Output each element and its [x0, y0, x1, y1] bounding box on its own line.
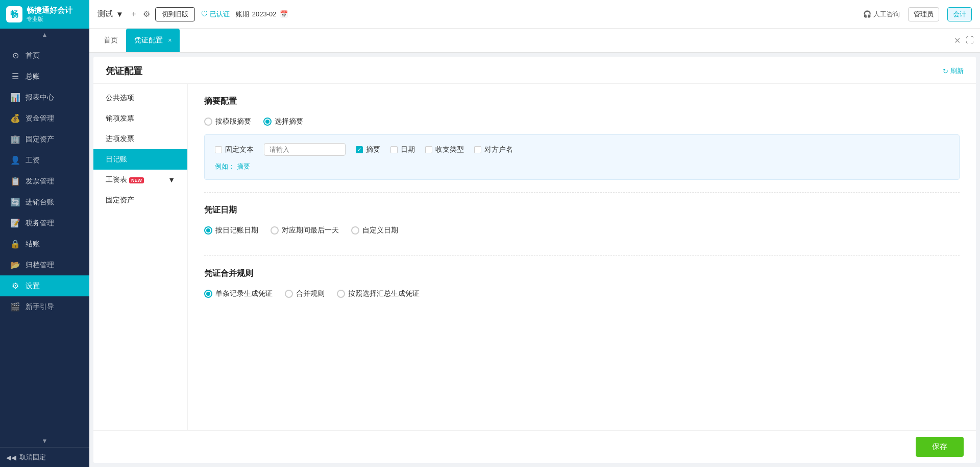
- sidebar-item-ledger[interactable]: ☰总账: [0, 66, 89, 87]
- sidebar-item-payroll[interactable]: 👤工资: [0, 150, 89, 171]
- counterparty-option[interactable]: 对方户名: [474, 145, 513, 154]
- fixed-text-option[interactable]: 固定文本: [215, 145, 254, 154]
- select-all-radio[interactable]: [337, 290, 345, 298]
- date-option[interactable]: 日期: [390, 145, 415, 154]
- sidebar: 畅 畅捷通好会计 专业版 ▲ ⊙首页☰总账📊报表中心💰资金管理🏢固定资产👤工资📋…: [0, 0, 89, 467]
- sub-nav-payslip[interactable]: 工资表 NEW▼: [93, 170, 187, 190]
- save-button[interactable]: 保存: [916, 437, 964, 457]
- merge-title: 凭证合并规则: [204, 268, 960, 279]
- date-title: 凭证日期: [204, 205, 960, 216]
- refresh-icon: ↻: [943, 67, 948, 75]
- add-button[interactable]: ＋: [130, 9, 138, 19]
- diary-date-option[interactable]: 按日记账日期: [204, 226, 258, 235]
- archive-icon: 📂: [10, 260, 20, 270]
- sidebar-item-invoice[interactable]: 📋发票管理: [0, 171, 89, 192]
- company-selector[interactable]: 测试 ▼: [97, 9, 124, 19]
- period-last-radio[interactable]: [271, 226, 279, 235]
- sub-nav-purchase[interactable]: 进项发票: [93, 129, 187, 149]
- refresh-button[interactable]: ↻ 刷新: [943, 66, 964, 76]
- topbar: 测试 ▼ ＋ ⚙ 切到旧版 🛡 已认证 账期 2023-02 📅 🎧 人工咨询 …: [89, 0, 980, 29]
- calendar-icon[interactable]: 📅: [280, 10, 288, 18]
- custom-date-radio[interactable]: [351, 226, 359, 235]
- cancel-fixed-button[interactable]: ◀◀ 取消固定: [0, 447, 89, 467]
- salepurchase-icon: 🔄: [10, 197, 20, 207]
- income-type-checkbox[interactable]: [425, 146, 432, 153]
- sidebar-item-report[interactable]: 📊报表中心: [0, 87, 89, 108]
- sidebar-item-assets[interactable]: 🏢固定资产: [0, 129, 89, 150]
- consult-button[interactable]: 🎧 人工咨询: [863, 10, 900, 19]
- summary-section: 摘要配置 按模版摘要 选择摘要: [204, 84, 960, 193]
- content-area: 凭证配置 ↻ 刷新 公共选项销项发票进项发票日记账工资表 NEW▼固定资产 摘要…: [93, 57, 976, 463]
- fixed-text-checkbox[interactable]: [215, 146, 222, 153]
- sidebar-item-tax[interactable]: 📝税务管理: [0, 213, 89, 233]
- page-wrapper: 凭证配置 ↻ 刷新 公共选项销项发票进项发票日记账工资表 NEW▼固定资产 摘要…: [93, 57, 976, 463]
- assets-icon: 🏢: [10, 134, 20, 144]
- example-text: 例如： 摘要: [215, 162, 949, 171]
- merge-radio-group: 单条记录生成凭证 合并规则 按照选择汇总生成凭证: [204, 289, 960, 298]
- sidebar-item-salepurchase[interactable]: 🔄进销台账: [0, 192, 89, 213]
- close-panel-button[interactable]: ✕: [954, 36, 961, 45]
- sub-nav: 公共选项销项发票进项发票日记账工资表 NEW▼固定资产: [93, 84, 188, 430]
- sidebar-item-guide[interactable]: 🎬新手引导: [0, 296, 89, 317]
- arrow-left-icon: ◀◀: [6, 454, 16, 461]
- tab-voucher-config[interactable]: 凭证配置 ×: [126, 29, 180, 52]
- sidebar-item-closing[interactable]: 🔒结账: [0, 233, 89, 254]
- switch-old-button[interactable]: 切到旧版: [155, 7, 195, 21]
- summary-radio-group: 按模版摘要 选择摘要: [204, 117, 960, 126]
- date-section: 凭证日期 按日记账日期 对应期间最后一天: [204, 193, 960, 256]
- home-icon: ⊙: [10, 51, 20, 60]
- period-last-option[interactable]: 对应期间最后一天: [271, 226, 339, 235]
- settings-button[interactable]: ⚙: [143, 9, 150, 19]
- abstract-option[interactable]: ✓ 摘要: [356, 145, 380, 154]
- merge-rule-option[interactable]: 合并规则: [285, 289, 325, 298]
- settings-content: 摘要配置 按模版摘要 选择摘要: [188, 84, 976, 430]
- save-bar: 保存: [93, 430, 976, 463]
- merge-section: 凭证合并规则 单条记录生成凭证 合并规则: [204, 256, 960, 319]
- page-header: 凭证配置 ↻ 刷新: [93, 57, 976, 84]
- diary-date-radio[interactable]: [204, 226, 212, 235]
- sidebar-item-capital[interactable]: 💰资金管理: [0, 108, 89, 129]
- summary-select-option[interactable]: 选择摘要: [263, 117, 303, 126]
- summary-template-option[interactable]: 按模版摘要: [204, 117, 251, 126]
- income-type-option[interactable]: 收支类型: [425, 145, 464, 154]
- closing-icon: 🔒: [10, 239, 20, 249]
- logo-text: 畅捷通好会计 专业版: [27, 6, 72, 23]
- summary-template-radio[interactable]: [204, 118, 212, 126]
- sidebar-item-home[interactable]: ⊙首页: [0, 45, 89, 66]
- invoice-icon: 📋: [10, 176, 20, 186]
- abstract-checkbox[interactable]: ✓: [356, 146, 363, 153]
- fullscreen-button[interactable]: ⛶: [966, 36, 974, 45]
- sub-nav-diary[interactable]: 日记账: [93, 149, 187, 170]
- select-all-option[interactable]: 按照选择汇总生成凭证: [337, 289, 420, 298]
- summary-options-box: 固定文本 ✓ 摘要 日期: [204, 134, 960, 180]
- sub-nav-public[interactable]: 公共选项: [93, 88, 187, 108]
- topbar-right: 🎧 人工咨询 管理员 会计: [863, 7, 972, 21]
- merge-rule-radio[interactable]: [285, 290, 293, 298]
- sidebar-nav: ⊙首页☰总账📊报表中心💰资金管理🏢固定资产👤工资📋发票管理🔄进销台账📝税务管理🔒…: [0, 41, 89, 435]
- payroll-icon: 👤: [10, 155, 20, 165]
- accountant-button[interactable]: 会计: [947, 7, 972, 21]
- counterparty-checkbox[interactable]: [474, 146, 481, 153]
- capital-icon: 💰: [10, 113, 20, 123]
- summary-select-radio[interactable]: [263, 118, 272, 126]
- report-icon: 📊: [10, 92, 20, 102]
- admin-button[interactable]: 管理员: [908, 7, 939, 21]
- date-checkbox[interactable]: [390, 146, 398, 153]
- fixed-text-input[interactable]: [264, 143, 346, 156]
- tabbar-right: ✕ ⛶: [954, 36, 974, 45]
- tab-close-button[interactable]: ×: [168, 36, 172, 44]
- single-radio[interactable]: [204, 290, 212, 298]
- tab-home[interactable]: 首页: [95, 29, 126, 52]
- dropdown-icon: ▼: [116, 10, 124, 18]
- sub-nav-sales[interactable]: 销项发票: [93, 108, 187, 129]
- sub-nav-fixed[interactable]: 固定资产: [93, 190, 187, 211]
- custom-date-option[interactable]: 自定义日期: [351, 226, 398, 235]
- tabbar: 首页 凭证配置 × ✕ ⛶: [89, 29, 980, 53]
- single-option[interactable]: 单条记录生成凭证: [204, 289, 273, 298]
- shield-icon: 🛡: [201, 10, 208, 18]
- sidebar-item-settings[interactable]: ⚙设置: [0, 275, 89, 296]
- scroll-down-button[interactable]: ▼: [0, 435, 89, 447]
- tax-icon: 📝: [10, 218, 20, 228]
- sidebar-item-archive[interactable]: 📂归档管理: [0, 254, 89, 275]
- scroll-up-button[interactable]: ▲: [0, 29, 89, 41]
